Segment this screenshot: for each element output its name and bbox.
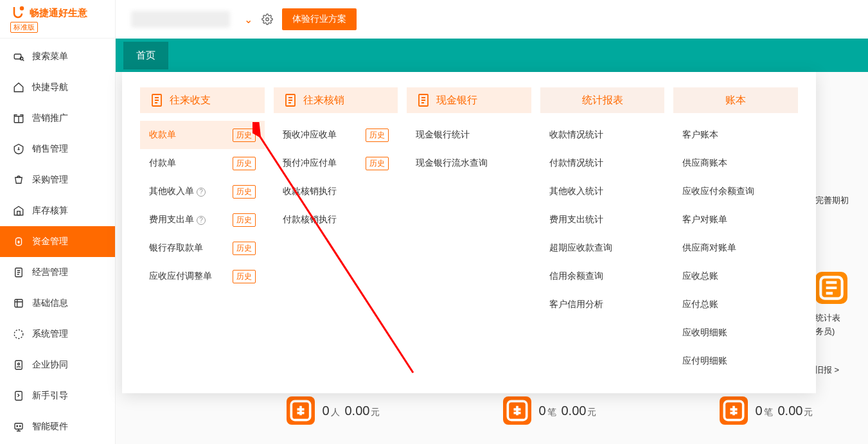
nav-item-operate[interactable]: 经营管理 [0, 257, 115, 288]
mega-item-label: 应收总账 [682, 271, 718, 281]
mega-column: 往来收支收款单历史付款单历史其他收入单?历史费用支出单?历史银行存取款单历史应收… [140, 87, 265, 378]
header: ⌄ 体验行业方案 [116, 0, 868, 39]
right-text-2: 统计表 [815, 312, 860, 325]
document-icon [416, 93, 431, 108]
stat-amount-unit: 元 [371, 407, 380, 417]
org-dropdown-icon[interactable]: ⌄ [244, 13, 252, 26]
nav-item-label: 基础信息 [32, 297, 68, 309]
history-tag[interactable]: 历史 [233, 270, 256, 283]
mega-menu-item[interactable]: 费用支出单?历史 [140, 206, 265, 234]
mega-menu-item[interactable]: 银行存取款单历史 [140, 234, 265, 262]
mega-column: 统计报表收款情况统计付款情况统计其他收入统计费用支出统计超期应收款查询信用余额查… [540, 87, 665, 378]
industry-plan-button[interactable]: 体验行业方案 [282, 8, 357, 30]
mega-item-label: 费用支出统计 [549, 214, 603, 224]
stat-amount: 0.00 [561, 404, 586, 418]
stat-count: 0 [756, 404, 763, 418]
brand-logo: 畅捷通好生意 标准版 [0, 0, 115, 39]
mega-menu-item[interactable]: 应收总账 [673, 262, 798, 290]
mega-menu-item[interactable]: 超期应收款查询 [540, 234, 665, 262]
nav-item-purchase[interactable]: 采购管理 [0, 164, 115, 195]
nav-item-label: 系统管理 [32, 328, 68, 340]
guide-icon [13, 390, 24, 402]
history-tag[interactable]: 历史 [233, 242, 256, 255]
mega-menu-item[interactable]: 供应商账本 [673, 149, 798, 177]
mega-menu-item[interactable]: 应付明细账 [673, 347, 798, 375]
mega-column-title: 账本 [725, 94, 746, 107]
settings-icon[interactable] [261, 13, 273, 25]
right-text-4[interactable]: 旧报 > [815, 364, 860, 377]
nav-item-collab[interactable]: 企业协同 [0, 350, 115, 380]
stat-count-unit: 笔 [764, 407, 773, 417]
nav-item-hardware[interactable]: 智能硬件 [0, 411, 115, 442]
nav-item-label: 经营管理 [32, 267, 68, 278]
mega-menu-item[interactable]: 预付冲应付单历史 [274, 149, 398, 177]
mega-menu-item[interactable]: 付款核销执行 [274, 206, 398, 234]
mega-menu-item[interactable]: 供应商对账单 [673, 234, 798, 262]
mega-item-label: 客户信用分析 [549, 299, 603, 309]
nav-item-basic[interactable]: 基础信息 [0, 288, 115, 319]
history-tag[interactable]: 历史 [233, 185, 256, 199]
mega-menu-item[interactable]: 客户对账单 [673, 206, 798, 234]
history-tag[interactable]: 历史 [233, 213, 256, 227]
mega-menu-item[interactable]: 收款情况统计 [540, 121, 665, 149]
history-tag[interactable]: 历史 [233, 157, 256, 170]
mega-item-label: 超期应收款查询 [549, 242, 612, 253]
mega-item-label: 付款核销执行 [283, 214, 337, 224]
tab-home[interactable]: 首页 [123, 42, 168, 69]
mega-menu-item[interactable]: 费用支出统计 [540, 206, 665, 234]
history-tag[interactable]: 历史 [366, 157, 389, 170]
mega-menu-item[interactable]: 付款单历史 [140, 149, 265, 177]
nav-item-label: 企业协同 [32, 359, 68, 371]
svg-rect-6 [15, 299, 22, 307]
mega-item-label: 银行存取款单 [149, 242, 203, 253]
right-text-3: 务员) [815, 325, 860, 339]
history-tag[interactable]: 历史 [233, 129, 256, 142]
nav-item-guide[interactable]: 新手引导 [0, 380, 115, 411]
mega-menu-item[interactable]: 其他收入统计 [540, 177, 665, 206]
stat-count-unit: 人 [331, 407, 340, 417]
nav-item-stock[interactable]: 库存核算 [0, 195, 115, 226]
nav-item-quicknav[interactable]: 快捷导航 [0, 72, 115, 103]
mega-item-label: 收款单 [149, 129, 176, 139]
mega-menu-item[interactable]: 应收应付调整单历史 [140, 262, 265, 290]
nav-item-label: 销售管理 [32, 143, 68, 155]
nav-item-search[interactable]: 搜索菜单 [0, 41, 115, 72]
mega-item-label: 应收应付调整单 [149, 271, 212, 281]
right-text-1: 完善期初 [815, 194, 860, 208]
svg-rect-4 [17, 211, 21, 215]
mega-menu-item[interactable]: 现金银行流水查询 [407, 149, 531, 177]
mega-item-label: 应收应付余额查询 [682, 186, 754, 196]
help-icon[interactable]: ? [197, 188, 206, 197]
mega-menu-item[interactable]: 客户账本 [673, 121, 798, 149]
mega-item-label: 现金银行流水查询 [416, 157, 488, 168]
mega-menu-item[interactable]: 应收应付余额查询 [673, 177, 798, 206]
mega-item-label: 付款情况统计 [549, 157, 603, 168]
system-icon [13, 328, 24, 340]
brand-edition: 标准版 [10, 22, 38, 33]
mega-menu-item[interactable]: 付款情况统计 [540, 149, 665, 177]
mega-item-label: 客户账本 [682, 129, 718, 139]
mega-column-title: 现金银行 [436, 94, 477, 107]
nav-item-marketing[interactable]: 营销推广 [0, 103, 115, 134]
mega-menu-item[interactable]: 现金银行统计 [407, 121, 531, 149]
mega-menu-item[interactable]: 收款单历史 [140, 121, 265, 149]
nav-item-label: 搜索菜单 [32, 51, 68, 62]
purchase-icon [13, 174, 24, 186]
report-badge-icon[interactable] [815, 272, 847, 304]
mega-menu-item[interactable]: 收款核销执行 [274, 177, 398, 206]
mega-menu-item[interactable]: 预收冲应收单历史 [274, 121, 398, 149]
mega-menu-item[interactable]: 客户信用分析 [540, 290, 665, 319]
mega-menu-item[interactable]: 应收明细账 [673, 319, 798, 347]
history-tag[interactable]: 历史 [366, 129, 389, 142]
mega-menu-item[interactable]: 其他收入单?历史 [140, 177, 265, 206]
mega-menu-item[interactable]: 信用余额查询 [540, 262, 665, 290]
nav-item-label: 库存核算 [32, 205, 68, 217]
help-icon[interactable]: ? [197, 216, 206, 225]
nav-item-funds[interactable]: 资金管理 [0, 226, 115, 257]
mega-menu-item[interactable]: 应付总账 [673, 290, 798, 319]
nav-item-sales[interactable]: 销售管理 [0, 134, 115, 164]
stat-icon [503, 396, 531, 425]
mega-column-header: 往来核销 [274, 87, 398, 113]
mega-column-title: 往来收支 [170, 94, 211, 107]
nav-item-system[interactable]: 系统管理 [0, 319, 115, 350]
